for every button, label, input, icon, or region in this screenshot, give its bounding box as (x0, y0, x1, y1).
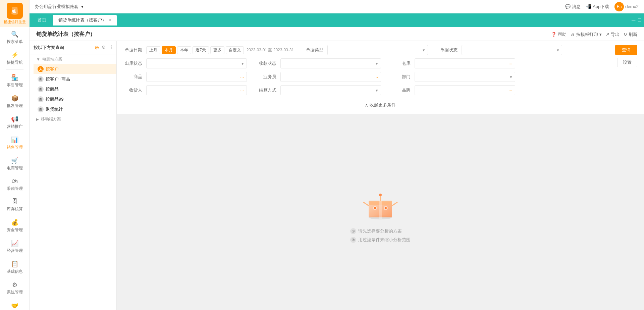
refresh-button[interactable]: ↻ 刷新 (624, 32, 637, 38)
sidebar-item-purchase[interactable]: 🛍 采购管理 (0, 174, 29, 195)
scheme-goods-label: 按商品 (46, 86, 59, 92)
app-download-label: App下载 (593, 4, 609, 10)
empty-state-area: ① 请先选择要分析的方案 ② 用过滤条件来缩小分析范围 (117, 117, 644, 310)
collapse-label: 收起更多条件 (370, 102, 396, 108)
sidebar-item-enterprise[interactable]: 🤝 企业协同 (0, 299, 29, 310)
main-area: 办公用品行业模拟账套 ▾ 💬 消息 📲 App下载 Ea demo2 (30, 0, 644, 310)
export-button[interactable]: ↗ 导出 (606, 32, 620, 38)
topbar-right: 💬 消息 📲 App下载 Ea demo2 (565, 2, 639, 11)
payment-select[interactable]: ▾ (280, 58, 381, 68)
mobile-section[interactable]: ▶ 移动端方案 (30, 114, 116, 124)
sidebar-item-finance[interactable]: 💰 资金管理 (0, 215, 29, 236)
salesperson-input[interactable]: ··· (280, 72, 381, 82)
sidebar-item-management-label: 经营管理 (7, 248, 23, 254)
sidebar-nav: 🔍 搜索菜单 ⚡ 快捷导航 🏪 零售管理 📦 批发管理 📢 营销推广 📊 销售管… (0, 27, 29, 310)
scheme-item-customer-goods[interactable]: 图 按客户+商品 (34, 74, 116, 84)
warehouse-dots: ··· (508, 61, 512, 66)
topbar-left: 办公用品行业模拟账套 ▾ (35, 4, 84, 10)
print-button[interactable]: 🖨 按模板打印 ▾ (571, 32, 602, 38)
edit-scheme-button[interactable]: ⊙ (102, 44, 106, 51)
sidebar-item-search[interactable]: 🔍 搜索菜单 (0, 27, 29, 48)
sales-icon: 📊 (11, 136, 18, 144)
expand-desktop-icon[interactable]: ▼ (36, 57, 40, 62)
window-maximize-button[interactable]: □ (638, 17, 641, 23)
tab-sales-stats[interactable]: 销货单统计表（按客户） × (53, 15, 117, 25)
settings-button[interactable]: 设置 (617, 58, 637, 67)
filter-grid: 单据日期 上月 本月 本年 近7天 更多 自定义 2023-03-01 至 20… (123, 45, 611, 99)
scheme-item-customer[interactable]: 人 按客户 (34, 64, 116, 74)
sidebar-item-sales-label: 销售管理 (7, 145, 23, 150)
collapse-row: ∧ 收起更多条件 (123, 100, 637, 110)
window-minimize-button[interactable]: ─ (632, 17, 635, 23)
scheme-item-goods99[interactable]: 图 按商品99 (34, 94, 116, 104)
dept-select[interactable]: ▾ (415, 72, 515, 82)
tabs-bar: 首页 销货单统计表（按客户） × ─ □ (30, 13, 644, 27)
goods-input[interactable]: ··· (146, 72, 247, 82)
collapse-filters-button[interactable]: ∧ 收起更多条件 (360, 100, 401, 110)
message-label: 消息 (572, 4, 581, 10)
scheme-customer-label: 按客户 (46, 66, 59, 72)
empty-hints: ① 请先选择要分析的方案 ② 用过滤条件来缩小分析范围 (350, 228, 411, 243)
date-btn-last-month[interactable]: 上月 (146, 46, 160, 54)
help-button[interactable]: ❓ 帮助 (551, 32, 567, 38)
date-btn-this-month[interactable]: 本月 (162, 46, 176, 54)
collapse-panel-button[interactable]: 《 (108, 44, 112, 51)
brand-input[interactable]: ··· (415, 85, 515, 95)
hint-text-1: 请先选择要分析的方案 (358, 228, 402, 234)
system-icon: ⚙ (12, 281, 17, 289)
svg-text:账: 账 (12, 9, 16, 14)
tab-close-icon[interactable]: × (109, 18, 111, 22)
dept-label: 部门 (392, 74, 411, 80)
collapse-icon: ∧ (365, 103, 368, 108)
desktop-section-label: 电脑端方案 (42, 56, 62, 62)
date-btn-last-7days[interactable]: 近7天 (193, 46, 209, 54)
user-profile[interactable]: Ea demo2 (614, 2, 639, 11)
left-panel-action-buttons: ⊕ ⊙ 《 (95, 44, 112, 51)
filter-row-3: 商品 ··· 业务员 ··· 部门 (123, 72, 611, 82)
receiver-input[interactable]: ··· (146, 85, 247, 95)
warehouse-input[interactable]: ··· (415, 58, 515, 68)
settlement-select[interactable]: ▾ (280, 85, 381, 95)
topbar-dropdown[interactable]: ▾ (81, 4, 84, 9)
scheme-item-goods[interactable]: 图 按商品 (34, 84, 116, 94)
management-icon: 📈 (11, 240, 18, 247)
tab-home[interactable]: 首页 (32, 15, 52, 25)
date-btn-this-year[interactable]: 本年 (177, 46, 191, 54)
scheme-customer-goods-icon: 图 (38, 76, 44, 82)
sidebar-item-management[interactable]: 📈 经营管理 (0, 236, 29, 257)
sidebar-item-sales[interactable]: 📊 销售管理 (0, 133, 29, 154)
left-panel: 按以下方案查询 ⊕ ⊙ 《 ▼ 电脑端方案 人 按客户 (30, 41, 117, 310)
sidebar-item-system[interactable]: ⚙ 系统管理 (0, 278, 29, 299)
wholesale-icon: 📦 (11, 95, 18, 102)
add-scheme-button[interactable]: ⊕ (95, 44, 99, 51)
settlement-dropdown-icon: ▾ (376, 88, 378, 93)
dropdown-arrow-icon: ▾ (81, 4, 84, 9)
query-button[interactable]: 查询 (615, 45, 637, 55)
order-state-select[interactable]: ▾ (462, 45, 562, 55)
sidebar-item-marketing[interactable]: 📢 营销推广 (0, 112, 29, 133)
tab-window-actions: ─ □ (632, 17, 641, 23)
order-type-label: 单据类型 (305, 47, 323, 53)
workspace-container: 按以下方案查询 ⊕ ⊙ 《 ▼ 电脑端方案 人 按客户 (30, 41, 644, 310)
order-type-select[interactable]: ▾ (327, 45, 428, 55)
scheme-customer-goods-label: 按客户+商品 (46, 76, 70, 82)
marketing-icon: 📢 (11, 115, 18, 123)
user-name: demo2 (625, 4, 639, 9)
sidebar-item-retail[interactable]: 🏪 零售管理 (0, 70, 29, 91)
scheme-item-return-stats[interactable]: 图 退货统计 (34, 104, 116, 114)
sidebar-item-basic-info[interactable]: 📋 基础信息 (0, 257, 29, 278)
sidebar-item-wholesale[interactable]: 📦 批发管理 (0, 91, 29, 112)
message-button[interactable]: 💬 消息 (565, 4, 581, 10)
tree-desktop-section: ▼ 电脑端方案 (30, 54, 116, 64)
order-state-label: 单据状态 (439, 47, 458, 53)
mobile-section-label: 移动端方案 (41, 116, 61, 122)
outbound-select[interactable]: ▾ (146, 58, 247, 68)
date-btn-more[interactable]: 更多 (210, 46, 224, 54)
app-download-button[interactable]: 📲 App下载 (586, 4, 609, 10)
date-btn-custom[interactable]: 自定义 (226, 46, 244, 54)
sidebar-item-shortcut[interactable]: ⚡ 快捷导航 (0, 48, 29, 69)
sidebar-item-inventory[interactable]: 🗄 库存核算 (0, 195, 29, 215)
sidebar-item-ecommerce[interactable]: 🛒 电商管理 (0, 154, 29, 174)
search-icon: 🔍 (11, 31, 18, 38)
message-icon: 💬 (565, 4, 571, 9)
